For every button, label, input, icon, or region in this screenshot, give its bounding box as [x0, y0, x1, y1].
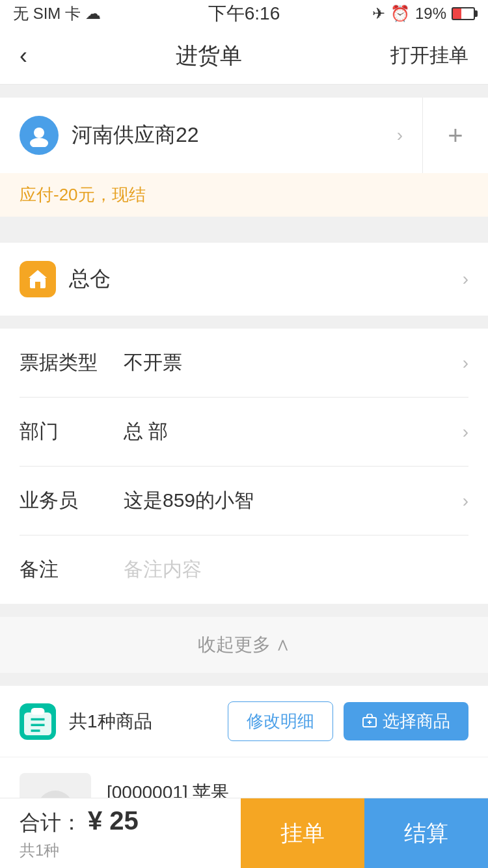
sim-status: 无 SIM 卡 ☁ — [13, 3, 101, 24]
warehouse-icon — [20, 261, 56, 297]
alarm-icon: ⏰ — [390, 5, 410, 23]
invoice-label: 票据类型 — [20, 349, 124, 376]
supplier-info-banner: 应付-20元，现结 — [0, 173, 488, 217]
svg-rect-6 — [31, 708, 45, 715]
back-button[interactable]: ‹ — [20, 42, 27, 70]
battery-text: 19% — [415, 5, 446, 23]
supplier-chevron: › — [397, 125, 403, 146]
svg-marker-3 — [29, 270, 47, 278]
svg-point-0 — [34, 128, 44, 138]
collapse-toggle[interactable]: 收起更多 ∧ — [0, 617, 488, 673]
salesman-label: 业务员 — [20, 487, 124, 514]
open-pending-button[interactable]: 打开挂单 — [390, 42, 468, 69]
order-total: 合计： ¥ 25 共1种 — [0, 806, 241, 861]
salesman-row[interactable]: 业务员 这是859的小智 › — [0, 467, 488, 535]
battery-icon — [452, 7, 475, 20]
svg-point-1 — [30, 138, 48, 147]
remark-label: 备注 — [20, 556, 124, 583]
salesman-value: 这是859的小智 — [124, 487, 463, 514]
status-right: ✈ ⏰ 19% — [372, 5, 475, 23]
salesman-chevron: › — [463, 491, 468, 511]
products-count: 共1种商品 — [69, 709, 228, 734]
select-product-label: 选择商品 — [383, 710, 450, 733]
pending-button[interactable]: 挂单 — [241, 798, 364, 869]
supplier-avatar — [20, 116, 59, 155]
department-value: 总 部 — [124, 418, 463, 445]
select-product-button[interactable]: 选择商品 — [344, 702, 468, 740]
remark-row[interactable]: 备注 备注内容 — [0, 536, 488, 604]
department-row[interactable]: 部门 总 部 › — [0, 398, 488, 466]
invoice-value: 不开票 — [124, 349, 463, 376]
edit-detail-button[interactable]: 修改明细 — [228, 701, 333, 741]
warehouse-selector[interactable]: 总仓 › — [0, 243, 488, 316]
total-label: 合计： — [20, 811, 82, 834]
invoice-row[interactable]: 票据类型 不开票 › — [0, 329, 488, 397]
cart-icon — [362, 714, 377, 729]
remark-input[interactable]: 备注内容 — [124, 556, 468, 583]
status-time: 下午6:16 — [208, 1, 280, 26]
total-amount-row: 合计： ¥ 25 — [20, 806, 221, 837]
form-section: 票据类型 不开票 › 部门 总 部 › 业务员 这是859的小智 › 备注 备注… — [0, 329, 488, 604]
location-icon: ✈ — [372, 5, 385, 23]
supplier-name: 河南供应商22 — [72, 121, 397, 150]
warehouse-name: 总仓 — [69, 265, 463, 293]
nav-bar: ‹ 进货单 打开挂单 — [0, 27, 488, 85]
products-header: 共1种商品 修改明细 选择商品 — [0, 686, 488, 757]
svg-rect-4 — [35, 282, 40, 288]
invoice-chevron: › — [463, 353, 468, 373]
status-bar: 无 SIM 卡 ☁ 下午6:16 ✈ ⏰ 19% — [0, 0, 488, 27]
status-left: 无 SIM 卡 ☁ — [13, 3, 101, 24]
department-label: 部门 — [20, 418, 124, 445]
supplier-selector[interactable]: 河南供应商22 › — [0, 98, 423, 173]
bottom-bar: 合计： ¥ 25 共1种 挂单 结算 — [0, 798, 488, 868]
total-count: 共1种 — [20, 840, 221, 861]
divider-1 — [0, 217, 488, 230]
top-divider — [0, 85, 488, 98]
checkout-button[interactable]: 结算 — [364, 798, 488, 869]
department-chevron: › — [463, 422, 468, 442]
supplier-section: 河南供应商22 › + — [0, 98, 488, 173]
total-value: ¥ 25 — [88, 806, 139, 835]
warehouse-chevron: › — [463, 269, 468, 290]
add-supplier-button[interactable]: + — [423, 98, 488, 173]
products-icon — [20, 703, 56, 740]
page-title: 进货单 — [176, 41, 242, 71]
